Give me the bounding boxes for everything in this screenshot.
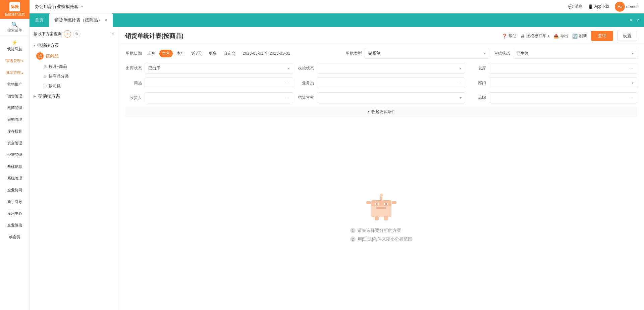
add-scheme-btn[interactable]: + [64, 30, 71, 38]
doc-status-control[interactable]: 已生效 ▾ [513, 48, 637, 59]
right-panel: 销货单统计表(按商品) ❓ 帮助 🖨 按模板打印 ▾ 📤 导出 [118, 27, 644, 310]
sidebar-item-enterprise[interactable]: 企业协同 [0, 184, 29, 196]
tree-mobile-section[interactable]: ▶ 移动端方案 [30, 91, 118, 101]
payment-status-control[interactable]: ▾ [317, 63, 465, 73]
date-tab-7days[interactable]: 近7天 [189, 50, 205, 57]
sub-grid-icon3: ⊞ [44, 84, 47, 88]
sidebar-item-marketing[interactable]: 营销推广 [0, 79, 29, 90]
search-menu[interactable]: 🔍 搜索菜单 [0, 19, 29, 36]
department-control[interactable]: ▾ [489, 78, 637, 88]
tab-expand-icon[interactable]: ⤢ [636, 17, 640, 23]
tree-arrow-icon: ▾ [34, 44, 35, 47]
tab-bar: 首页 销货单统计表（按商品） ✕ ✕ ⤢ [30, 13, 644, 27]
logo-subtitle: 畅捷通好生意 [5, 12, 25, 17]
date-tab-last-month[interactable]: 上月 [145, 50, 158, 57]
tab-home[interactable]: 首页 [30, 13, 49, 27]
sidebar-item-quick-nav[interactable]: ⚡ 快捷导航 [0, 36, 29, 55]
tab-close-all-icon[interactable]: ✕ [629, 17, 633, 23]
empty-state: 1 请先选择要分析的方案 2 用[过滤]条件来缩小分析范围 [118, 121, 644, 310]
query-button[interactable]: 查询 [591, 31, 613, 41]
sidebar-item-wholesale[interactable]: 批发管理 ▴ [0, 67, 29, 79]
tab-report[interactable]: 销货单统计表（按商品） ✕ [49, 13, 113, 27]
sidebar-item-wechat[interactable]: 企业微信 [0, 219, 29, 231]
svg-rect-10 [392, 201, 396, 204]
department-dropdown-icon: ▾ [632, 81, 634, 85]
tip-num-2: 2 [350, 237, 356, 242]
workspace-label: 办公用品行业模拟账套 [35, 4, 78, 10]
sidebar: 标账 畅捷通好生意 🔍 搜索菜单 ⚡ 快捷导航 零售管理 ▾ 批发管理 ▴ 营销… [0, 0, 30, 310]
payment-method-control[interactable]: ▾ [317, 92, 465, 103]
refresh-btn[interactable]: 🔄 刷新 [572, 33, 587, 39]
recipient-label: 收货人 [125, 95, 142, 101]
left-panel: 按以下方案查询 + ✎ « ▾ 电脑端方案 按 按商品 ⊞ 按月+商品 [30, 27, 118, 310]
sidebar-item-operations[interactable]: 经营管理 [0, 149, 29, 161]
brand-control[interactable]: ··· [489, 92, 637, 103]
doc-status-dropdown-icon: ▾ [632, 52, 634, 55]
filter-payment-method: 结算方式 ▾ [297, 92, 465, 103]
salesperson-control[interactable]: ··· [317, 78, 465, 88]
sidebar-item-ecommerce[interactable]: 电商管理 [0, 102, 29, 114]
sidebar-item-retail[interactable]: 零售管理 ▾ [0, 55, 29, 67]
filter-out-status: 出库状态 已出库 ▾ [125, 63, 293, 73]
payment-method-label: 结算方式 [297, 95, 314, 101]
sidebar-item-purchase[interactable]: 采购管理 [0, 114, 29, 125]
avatar: Ea [615, 2, 625, 12]
message-icon: 💬 [568, 4, 573, 9]
tab-close-icon[interactable]: ✕ [104, 18, 107, 22]
sidebar-item-guide[interactable]: 新手引导 [0, 196, 29, 208]
tree-item-by-product[interactable]: 按 按商品 [30, 50, 118, 62]
download-icon: 📱 [588, 4, 593, 9]
payment-status-label: 收款状态 [297, 65, 314, 71]
tree-pc-section[interactable]: ▾ 电脑端方案 [30, 40, 118, 50]
app-download-btn[interactable]: 📱 App下载 [588, 4, 609, 9]
workspace-selector[interactable]: 办公用品行业模拟账套 ▾ [35, 4, 83, 10]
doc-type-control[interactable]: 销货单 ▾ [365, 48, 489, 59]
filter-area: 单据日期 上月 本月 本年 近7天 更多 自定义 2023-03-01 至 20… [118, 44, 644, 121]
date-tab-more[interactable]: 更多 [206, 50, 219, 57]
sidebar-item-member[interactable]: 畅会员 [0, 231, 29, 243]
warehouse-control[interactable]: ··· [489, 63, 637, 73]
date-tab-this-month[interactable]: 本月 [159, 50, 173, 57]
print-dropdown-icon: ▾ [548, 34, 549, 38]
sidebar-item-basic[interactable]: 基础信息 [0, 161, 29, 172]
sidebar-item-appstore[interactable]: 应用中心 [0, 208, 29, 219]
warehouse-dots: ··· [629, 66, 634, 70]
product-label: 商品 [125, 80, 142, 86]
out-status-control[interactable]: 已出库 ▾ [145, 63, 293, 73]
date-tab-custom[interactable]: 自定义 [221, 50, 238, 57]
help-btn[interactable]: ❓ 帮助 [502, 33, 517, 39]
product-control[interactable]: ··· [145, 78, 293, 88]
doc-status-label: 单据状态 [493, 51, 510, 56]
filter-salesperson: 业务员 ··· [297, 78, 465, 88]
page-actions: ❓ 帮助 🖨 按模板打印 ▾ 📤 导出 🔄 刷新 [502, 31, 637, 41]
svg-point-12 [380, 194, 383, 197]
tree-item-by-category[interactable]: ⊞ 按商品分类 [30, 71, 118, 81]
edit-scheme-btn[interactable]: ✎ [73, 30, 80, 38]
product-dots: ··· [285, 81, 289, 85]
print-btn[interactable]: 🖨 按模板打印 ▾ [521, 33, 549, 39]
tree-item-by-month-product[interactable]: ⊞ 按月+商品 [30, 62, 118, 71]
filter-recipient: 收货人 ··· [125, 92, 293, 103]
export-btn[interactable]: 📤 导出 [553, 33, 568, 39]
sidebar-item-sales[interactable]: 销售管理 [0, 90, 29, 102]
sidebar-item-system[interactable]: 系统管理 [0, 172, 29, 184]
panel-header-label: 按以下方案查询 [34, 31, 62, 37]
workspace-dropdown-icon: ▾ [81, 5, 83, 8]
svg-point-4 [376, 203, 378, 205]
sidebar-item-finance[interactable]: 资金管理 [0, 137, 29, 149]
message-btn[interactable]: 💬 消息 [568, 4, 583, 9]
recipient-control[interactable]: ··· [145, 92, 293, 103]
svg-rect-1 [371, 200, 391, 206]
sidebar-item-inventory[interactable]: 库存核算 [0, 125, 29, 137]
svg-point-5 [385, 203, 387, 205]
help-icon: ❓ [502, 34, 507, 39]
left-panel-header: 按以下方案查询 + ✎ « [30, 30, 118, 40]
date-tab-this-year[interactable]: 本年 [174, 50, 187, 57]
collapse-panel-btn[interactable]: « [112, 32, 114, 37]
tree-item-by-cashier[interactable]: ⊞ 按司机 [30, 81, 118, 91]
collapse-arrow-icon: ∧ [367, 110, 370, 114]
user-profile[interactable]: Ea demo2 [615, 2, 639, 12]
collapse-filter-btn[interactable]: ∧ 收起更多条件 [125, 107, 637, 117]
filter-row-3: 商品 ··· 业务员 ··· 部门 [125, 78, 637, 88]
settings-button[interactable]: 设置 [617, 31, 637, 41]
